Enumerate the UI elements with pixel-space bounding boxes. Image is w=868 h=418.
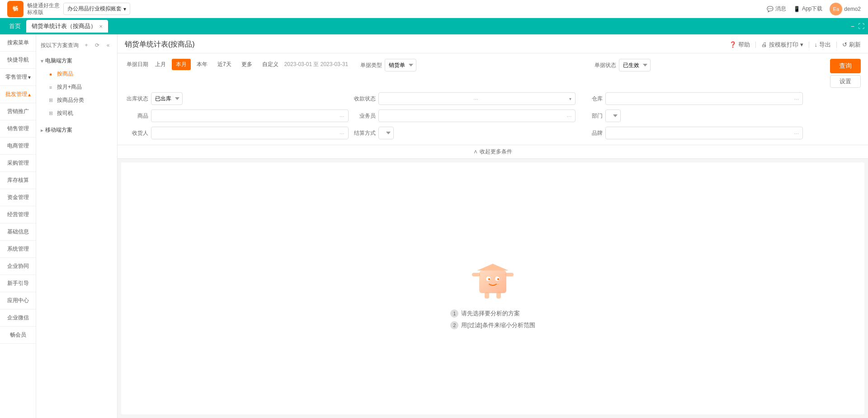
- sidebar-item-inventory[interactable]: 库存核算: [0, 172, 36, 189]
- mobile-group-header[interactable]: ▸ 移动端方案: [36, 124, 117, 137]
- doc-type-select[interactable]: 销货单: [385, 59, 416, 71]
- this-year-btn[interactable]: 本年: [193, 59, 212, 70]
- receipt-status-arrow: ▾: [569, 96, 571, 101]
- svg-rect-8: [505, 273, 514, 276]
- help-icon: ❓: [729, 41, 736, 48]
- left-panel: 按以下方案查询 + ⟳ « ▾ 电脑端方案 ● 按商品: [36, 34, 118, 418]
- scheme-item-by-category[interactable]: ⊞ 按商品分类: [36, 94, 117, 107]
- collapse-more-conditions[interactable]: ∧ 收起更多条件: [118, 145, 868, 159]
- warehouse-dots[interactable]: ···: [794, 95, 799, 102]
- help-button[interactable]: ❓ 帮助: [729, 41, 750, 49]
- doc-status-select[interactable]: 已生效: [619, 59, 651, 71]
- mobile-group-arrow: ▸: [41, 127, 43, 133]
- tab-close-icon[interactable]: ✕: [99, 24, 103, 29]
- panel-header-actions: + ⟳ «: [82, 41, 113, 50]
- empty-state: 1 请先选择要分析的方案 2 用[过滤]条件来缩小分析范围: [121, 162, 864, 414]
- sidebar-item-search-menu[interactable]: 搜索菜单: [0, 34, 36, 52]
- sidebar-item-quick-nav[interactable]: 快捷导航: [0, 52, 36, 69]
- refresh-button[interactable]: ↺ 刷新: [842, 41, 861, 49]
- desktop-scheme-group: ▾ 电脑端方案 ● 按商品 ≡ 按月+商品 ⊞ 按商品分类 ⊞ 按司机: [36, 52, 117, 122]
- sidebar-item-enterprise[interactable]: 企业协同: [0, 258, 36, 275]
- top-header: 畅 畅捷通好生意 标准版 办公用品行业模拟账套 ▾ 💬 消息 📱 App下载 E…: [0, 0, 868, 18]
- salesperson-dots[interactable]: ···: [567, 113, 572, 119]
- tab-sales-report[interactable]: 销货单统计表（按商品） ✕: [26, 20, 108, 33]
- salesperson-input[interactable]: ···: [378, 109, 576, 122]
- warehouse-input[interactable]: ···: [605, 92, 803, 105]
- refresh-icon: ↺: [842, 41, 847, 48]
- desktop-group-header[interactable]: ▾ 电脑端方案: [36, 54, 117, 67]
- svg-rect-0: [479, 271, 506, 293]
- hint-num-1: 1: [450, 309, 458, 318]
- brand-dots[interactable]: ···: [794, 130, 799, 137]
- sidebar-item-marketing[interactable]: 营销推广: [0, 103, 36, 120]
- tab-home[interactable]: 首页: [4, 20, 26, 33]
- last-month-btn[interactable]: 上月: [151, 59, 170, 70]
- svg-point-4: [497, 278, 499, 280]
- sidebar-item-business[interactable]: 经营管理: [0, 206, 36, 223]
- scheme-item-by-driver[interactable]: ⊞ 按司机: [36, 107, 117, 120]
- sidebar-item-app-center[interactable]: 应用中心: [0, 292, 36, 309]
- sidebar-item-retail-mgmt[interactable]: 零售管理 ▾: [0, 69, 36, 86]
- svg-rect-6: [496, 292, 501, 299]
- receipt-status-dots[interactable]: ···: [473, 95, 478, 102]
- product-dots[interactable]: ···: [340, 113, 344, 119]
- date-label: 单据日期: [125, 61, 148, 68]
- sidebar-item-sales-mgmt[interactable]: 销售管理: [0, 120, 36, 138]
- query-button[interactable]: 查询: [830, 59, 861, 73]
- scheme-item-by-month-product[interactable]: ≡ 按月+商品: [36, 81, 117, 94]
- tab-bar-maximize[interactable]: ⛶: [858, 23, 864, 30]
- content-header: 销货单统计表(按商品) ❓ 帮助 🖨 按模板打印 ▾ ↓ 导出: [118, 34, 868, 53]
- more-btn[interactable]: 更多: [237, 59, 256, 70]
- receiver-input[interactable]: ···: [151, 127, 349, 139]
- by-month-icon: ≡: [47, 84, 54, 91]
- sidebar-item-finance[interactable]: 资金管理: [0, 189, 36, 206]
- refresh-scheme-button[interactable]: ⟳: [93, 41, 102, 50]
- sidebar-item-ecommerce[interactable]: 电商管理: [0, 138, 36, 155]
- query-btn-group: 查询 设置: [830, 59, 861, 88]
- divider2: [809, 42, 809, 48]
- divider3: [836, 42, 837, 48]
- sidebar-item-system[interactable]: 系统管理: [0, 241, 36, 258]
- add-scheme-button[interactable]: +: [82, 41, 91, 50]
- template-print-button[interactable]: 🖨 按模板打印 ▾: [761, 41, 803, 49]
- app-download-button[interactable]: 📱 App下载: [793, 5, 822, 13]
- out-status-select[interactable]: 已出库: [151, 92, 183, 105]
- empty-hints: 1 请先选择要分析的方案 2 用[过滤]条件来缩小分析范围: [450, 309, 535, 329]
- department-select[interactable]: [605, 109, 621, 122]
- settings-button[interactable]: 设置: [830, 75, 861, 88]
- print-icon: 🖨: [761, 41, 767, 48]
- last-7days-btn[interactable]: 近7天: [213, 59, 236, 70]
- this-month-btn[interactable]: 本月: [172, 59, 191, 70]
- receiver-dots[interactable]: ···: [340, 130, 344, 137]
- custom-btn[interactable]: 自定义: [258, 59, 283, 70]
- sidebar-item-new-guide[interactable]: 新手引导: [0, 275, 36, 292]
- doc-status-label: 单据状态: [593, 62, 616, 69]
- export-button[interactable]: ↓ 导出: [815, 41, 831, 49]
- receiver-label: 收货人: [125, 129, 148, 137]
- user-profile[interactable]: Ea demo2: [830, 3, 861, 15]
- sidebar-item-member[interactable]: 畅会员: [0, 327, 36, 344]
- payment-method-label: 结算方式: [352, 129, 376, 137]
- tab-bar-minimize[interactable]: −: [851, 23, 854, 30]
- sidebar-item-enterprise-wechat[interactable]: 企业微信: [0, 309, 36, 327]
- page-title: 销货单统计表(按商品): [125, 40, 195, 49]
- workspace-selector[interactable]: 办公用品行业模拟账套 ▾: [63, 3, 130, 15]
- out-status-label: 出库状态: [125, 95, 148, 103]
- product-input[interactable]: ···: [151, 109, 349, 122]
- message-button[interactable]: 💬 消息: [767, 5, 786, 13]
- brand-input[interactable]: ···: [605, 127, 803, 139]
- sidebar-item-wholesale-mgmt[interactable]: 批发管理 ▴: [0, 86, 36, 103]
- brand-name: 畅捷通好生意 标准版: [27, 2, 60, 15]
- sidebar-item-basic-info[interactable]: 基础信息: [0, 223, 36, 241]
- scheme-item-by-product[interactable]: ● 按商品: [36, 67, 117, 81]
- receipt-status-input[interactable]: ··· ▾: [378, 92, 576, 105]
- collapse-panel-button[interactable]: «: [104, 41, 113, 50]
- sidebar: 搜索菜单 快捷导航 零售管理 ▾ 批发管理 ▴ 营销推广 销售管理 电商管理 采…: [0, 34, 36, 418]
- by-product-icon: ●: [47, 71, 54, 78]
- payment-method-select[interactable]: [378, 127, 394, 139]
- message-icon: 💬: [767, 6, 774, 12]
- print-dropdown-icon: ▾: [800, 41, 803, 48]
- header-left: 畅 畅捷通好生意 标准版 办公用品行业模拟账套 ▾: [7, 1, 130, 17]
- sidebar-item-purchase-mgmt[interactable]: 采购管理: [0, 155, 36, 172]
- svg-point-3: [488, 278, 490, 280]
